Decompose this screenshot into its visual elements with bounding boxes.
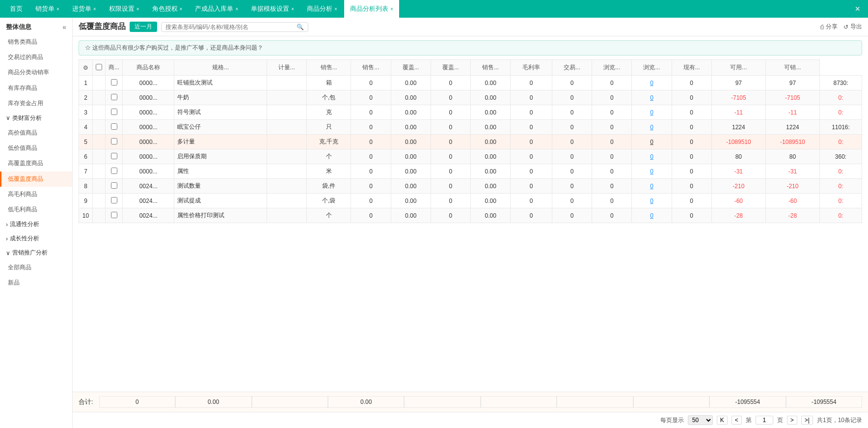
- col-stock[interactable]: 现有...: [672, 60, 711, 76]
- col-sale3[interactable]: 销售...: [471, 60, 511, 76]
- select-all-checkbox[interactable]: [96, 64, 102, 70]
- search-input[interactable]: [165, 24, 295, 30]
- sidebar-item-low-coverage[interactable]: 低覆盖度商品: [0, 171, 72, 187]
- cell-checkbox[interactable]: [106, 105, 123, 120]
- col-browse2[interactable]: 浏览...: [632, 60, 672, 76]
- cell-browse1[interactable]: 0: [632, 135, 672, 149]
- nav-sales[interactable]: 销货单 ×: [29, 0, 65, 18]
- cell-browse1[interactable]: 0: [632, 194, 672, 208]
- sidebar-item-low-value[interactable]: 低价值商品: [0, 141, 72, 156]
- cell-browse1[interactable]: 0: [632, 164, 672, 179]
- sidebar-item-category-rate[interactable]: 商品分类动销率: [0, 65, 72, 80]
- sidebar-item-low-margin[interactable]: 低毛利商品: [0, 202, 72, 217]
- nav-close-product-analysis-list[interactable]: ×: [390, 6, 393, 12]
- cell-checkbox[interactable]: [106, 149, 123, 164]
- cell-checkbox[interactable]: [106, 76, 123, 90]
- row-checkbox[interactable]: [111, 109, 117, 115]
- col-code[interactable]: 商...: [106, 60, 123, 76]
- cell-checkbox[interactable]: [106, 164, 123, 179]
- nav-purchase[interactable]: 进货单 ×: [66, 0, 102, 18]
- nav-close-purchase[interactable]: ×: [93, 6, 96, 12]
- row-checkbox[interactable]: [111, 182, 117, 189]
- cell-code: 0000...: [123, 164, 174, 179]
- nav-close-template[interactable]: ×: [291, 6, 294, 12]
- nav-product-analysis[interactable]: 商品分析 ×: [301, 0, 343, 18]
- col-margin[interactable]: 毛利率: [511, 60, 552, 76]
- sidebar-group-variety[interactable]: ∨ 类财富分析: [0, 111, 72, 125]
- nav-close-all[interactable]: ×: [851, 4, 864, 14]
- nav-close-sales[interactable]: ×: [56, 6, 59, 12]
- cell-browse1[interactable]: 0: [632, 76, 672, 90]
- col-checkbox[interactable]: [93, 60, 106, 76]
- sidebar-collapse-btn[interactable]: «: [62, 23, 66, 31]
- col-name[interactable]: 商品名称: [123, 60, 174, 76]
- cell-checkbox[interactable]: [106, 120, 123, 135]
- row-checkbox[interactable]: [111, 138, 117, 144]
- prev-page-btn[interactable]: <: [732, 416, 742, 425]
- nav-role[interactable]: 角色授权 ×: [146, 0, 189, 18]
- row-checkbox[interactable]: [111, 197, 117, 203]
- nav-template[interactable]: 单据模板设置 ×: [245, 0, 300, 18]
- col-available[interactable]: 可用...: [711, 60, 765, 76]
- sidebar-group-flow[interactable]: › 流通性分析: [0, 217, 72, 231]
- total-label: 合计:: [79, 398, 93, 406]
- nav-close-product-analysis[interactable]: ×: [334, 6, 337, 12]
- cell-checkbox[interactable]: [106, 135, 123, 149]
- nav-product-in[interactable]: 产成品入库单 ×: [189, 0, 244, 18]
- cell-browse1[interactable]: 0: [632, 179, 672, 194]
- cell-num: 2: [79, 90, 93, 105]
- col-sale-amt[interactable]: 销售...: [351, 60, 391, 76]
- search-icon[interactable]: 🔍: [297, 24, 304, 30]
- row-checkbox[interactable]: [111, 212, 117, 218]
- last-page-btn[interactable]: >|: [801, 416, 813, 425]
- first-page-btn[interactable]: K: [717, 416, 728, 425]
- nav-product-analysis-list[interactable]: 商品分析列表 ×: [344, 0, 399, 18]
- col-cover2[interactable]: 覆盖...: [431, 60, 470, 76]
- current-page-input[interactable]: [756, 416, 773, 425]
- col-settings[interactable]: ⚙: [79, 60, 93, 76]
- row-checkbox[interactable]: [111, 168, 117, 174]
- sidebar-item-traded-goods[interactable]: 交易过的商品: [0, 50, 72, 65]
- sidebar-item-high-coverage[interactable]: 高覆盖度商品: [0, 156, 72, 171]
- sidebar-item-new-goods[interactable]: 新品: [0, 275, 72, 290]
- nav-home[interactable]: 首页: [4, 0, 28, 18]
- cell-name: 牛奶: [174, 90, 267, 105]
- export-btn[interactable]: ↺ 导出: [843, 23, 862, 31]
- row-checkbox[interactable]: [111, 94, 117, 100]
- nav-close-product-in[interactable]: ×: [235, 6, 238, 12]
- cell-browse1[interactable]: 0: [632, 208, 672, 223]
- col-trade[interactable]: 交易...: [552, 60, 592, 76]
- cell-checkbox[interactable]: [106, 208, 123, 223]
- nav-permission[interactable]: 权限设置 ×: [103, 0, 145, 18]
- sidebar-item-high-margin[interactable]: 高毛利商品: [0, 187, 72, 202]
- sidebar-item-all-goods[interactable]: 全部商品: [0, 260, 72, 275]
- sidebar-item-high-value[interactable]: 高价值商品: [0, 125, 72, 141]
- col-sale-qty[interactable]: 销售...: [306, 60, 351, 76]
- cell-browse1[interactable]: 0: [632, 90, 672, 105]
- cell-checkbox[interactable]: [106, 90, 123, 105]
- row-checkbox[interactable]: [111, 79, 117, 86]
- cell-checkbox[interactable]: [106, 194, 123, 208]
- cell-browse1[interactable]: 0: [632, 120, 672, 135]
- row-checkbox[interactable]: [111, 123, 117, 130]
- sidebar-group-growth[interactable]: › 成长性分析: [0, 231, 72, 246]
- cell-browse1[interactable]: 0: [632, 105, 672, 120]
- col-sellable[interactable]: 可销...: [765, 60, 819, 76]
- cell-checkbox[interactable]: [106, 179, 123, 194]
- sidebar-item-sales-goods[interactable]: 销售类商品: [0, 34, 72, 50]
- sidebar-item-in-stock[interactable]: 有库存商品: [0, 81, 72, 96]
- next-page-btn[interactable]: >: [787, 416, 797, 425]
- cell-browse1[interactable]: 0: [632, 149, 672, 164]
- col-spec[interactable]: 规格...: [174, 60, 267, 76]
- sidebar-item-stock-capital[interactable]: 库存资金占用: [0, 96, 72, 111]
- nav-close-permission[interactable]: ×: [136, 6, 139, 12]
- col-unit[interactable]: 计量...: [267, 60, 306, 76]
- nav-close-role[interactable]: ×: [180, 6, 183, 12]
- time-filter-btn[interactable]: 近一月: [130, 22, 157, 32]
- col-browse1[interactable]: 浏览...: [592, 60, 632, 76]
- share-btn[interactable]: ⎙ 分享: [820, 23, 838, 31]
- sidebar-group-marketing[interactable]: ∨ 营销推广分析: [0, 246, 72, 260]
- row-checkbox[interactable]: [111, 153, 117, 159]
- col-cover1[interactable]: 覆盖...: [391, 60, 431, 76]
- page-size-select[interactable]: 50 100 200: [688, 415, 713, 425]
